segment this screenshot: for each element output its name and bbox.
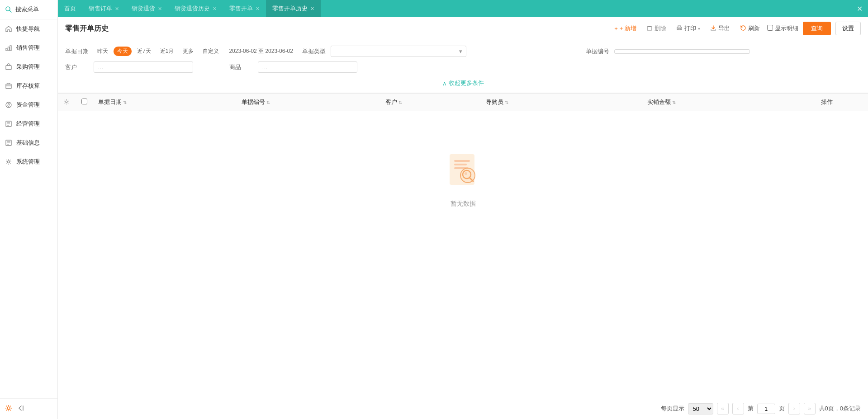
svg-point-16 (66, 101, 67, 103)
date-btn-today[interactable]: 今天 (114, 47, 132, 56)
svg-rect-2 (6, 48, 7, 51)
page-number-input[interactable] (757, 404, 775, 414)
th-order-no[interactable]: 单据编号 ⇅ (236, 94, 379, 111)
display-toggle[interactable]: 显示明细 (767, 24, 798, 33)
svg-rect-4 (10, 46, 11, 51)
svg-rect-5 (6, 66, 11, 70)
date-btn-more[interactable]: 更多 (179, 47, 197, 56)
th-customer[interactable]: 客户 ⇅ (380, 94, 480, 111)
export-button[interactable]: 导出 (707, 23, 733, 34)
order-no-input[interactable] (614, 49, 750, 54)
last-page-button[interactable]: » (804, 403, 816, 414)
type-select[interactable]: ▾ (331, 46, 466, 57)
search-icon (5, 5, 13, 14)
tab-home-label: 首页 (64, 5, 76, 13)
sidebar-item-sys-mgmt[interactable]: 系统管理 (0, 152, 57, 171)
sidebar-item-purchase-mgmt[interactable]: 采购管理 (0, 57, 57, 76)
add-icon: + (614, 25, 618, 32)
tab-sales-return-label: 销货退货 (132, 5, 155, 13)
sidebar-item-inventory[interactable]: 库存核算 (0, 76, 57, 95)
next-page-button[interactable]: › (788, 403, 800, 414)
sidebar: 搜索采单 快捷导航 销售管理 采购管理 (0, 0, 58, 419)
sidebar-item-ops-mgmt[interactable]: 经营管理 (0, 114, 57, 133)
print-icon (676, 25, 683, 33)
date-btn-yesterday[interactable]: 昨天 (94, 47, 112, 56)
collapse-button[interactable]: ∧ 收起更多条件 (442, 79, 484, 87)
per-page-select[interactable]: 50 10 20 100 (688, 403, 713, 414)
tab-retail-open-history[interactable]: 零售开单历史 ✕ (266, 0, 321, 17)
tab-sales-return-history[interactable]: 销货退货历史 ✕ (168, 0, 223, 17)
th-order-no-sort[interactable]: 单据编号 ⇅ (242, 98, 374, 106)
th-actions-label: 操作 (821, 99, 833, 105)
sidebar-search[interactable]: 搜索采单 (0, 0, 57, 19)
th-checkbox[interactable] (76, 94, 93, 111)
tab-retail-open-close[interactable]: ✕ (256, 6, 260, 12)
goods-select[interactable]: … (258, 61, 357, 73)
collapse-sidebar-icon[interactable] (16, 404, 24, 414)
tab-sales-return-history-close[interactable]: ✕ (213, 6, 217, 12)
tab-sales-order[interactable]: 销售订单 ✕ (82, 0, 125, 17)
sidebar-item-label: 基础信息 (16, 139, 40, 147)
settings-bottom-icon[interactable] (5, 404, 13, 414)
th-date-label: 单据日期 (98, 98, 122, 106)
print-arrow-icon: ▾ (698, 26, 700, 31)
tab-sales-return-close[interactable]: ✕ (158, 6, 162, 12)
query-button[interactable]: 查询 (803, 22, 831, 35)
customer-select[interactable]: … (94, 61, 193, 73)
collapse-row: ∧ 收起更多条件 (65, 77, 861, 87)
chevron-up-icon: ∧ (442, 80, 447, 87)
select-all-checkbox[interactable] (81, 99, 87, 104)
th-amount[interactable]: 实销金额 ⇅ (642, 94, 785, 111)
date-btn-custom[interactable]: 自定义 (199, 47, 223, 56)
delete-button[interactable]: 删除 (644, 23, 669, 34)
tab-sales-return[interactable]: 销货退货 ✕ (125, 0, 168, 17)
print-button[interactable]: 打印 ▾ (674, 23, 703, 34)
th-date[interactable]: 单据日期 ⇅ (93, 94, 236, 111)
th-guide-label: 导购员 (486, 98, 503, 106)
sort-icon-customer: ⇅ (398, 100, 402, 105)
tab-retail-open-history-close[interactable]: ✕ (310, 6, 314, 12)
tab-home[interactable]: 首页 (58, 0, 82, 17)
page-area: 零售开单历史 + + 新增 删除 (58, 17, 868, 419)
delete-label: 删除 (655, 24, 666, 33)
order-no-label: 单据编号 (586, 47, 611, 56)
th-customer-sort[interactable]: 客户 ⇅ (385, 98, 475, 106)
sidebar-item-quick-nav[interactable]: 快捷导航 (0, 19, 57, 38)
goods-value: … (262, 64, 268, 71)
date-btn-1month[interactable]: 近1月 (157, 47, 178, 56)
sidebar-item-basic-info[interactable]: 基础信息 (0, 133, 57, 152)
tab-retail-open[interactable]: 零售开单 ✕ (223, 0, 266, 17)
tab-retail-open-label: 零售开单 (229, 5, 253, 13)
th-customer-label: 客户 (385, 98, 397, 106)
th-date-sort[interactable]: 单据日期 ⇅ (98, 98, 231, 106)
th-order-no-label: 单据编号 (242, 98, 265, 106)
tab-sales-return-history-label: 销货退货历史 (175, 5, 210, 13)
prev-page-button[interactable]: ‹ (732, 403, 744, 414)
first-page-button[interactable]: « (717, 403, 729, 414)
goods-label: 商品 (229, 63, 254, 71)
display-label: 显示明细 (775, 24, 798, 33)
sidebar-item-sales-mgmt[interactable]: 销售管理 (0, 38, 57, 57)
info-icon (5, 139, 13, 147)
top-nav: 首页 销售订单 ✕ 销货退货 ✕ 销货退货历史 ✕ 零售开单 ✕ 零售开单历史 … (58, 0, 868, 17)
search-label: 搜索采单 (15, 5, 39, 14)
window-close-button[interactable]: ✕ (857, 5, 863, 13)
refresh-button[interactable]: 刷新 (737, 23, 763, 34)
sidebar-item-label: 快捷导航 (16, 25, 40, 33)
svg-rect-19 (454, 164, 467, 165)
home-icon (5, 25, 13, 33)
filter-row-2: 客户 … 商品 … (65, 61, 861, 73)
column-settings-icon[interactable] (63, 99, 70, 106)
th-guide[interactable]: 导购员 ⇅ (480, 94, 602, 111)
sidebar-item-finance[interactable]: 资金管理 (0, 95, 57, 114)
th-guide-sort[interactable]: 导购员 ⇅ (486, 98, 597, 106)
chart-icon (5, 44, 13, 52)
settings-button[interactable]: 设置 (835, 22, 861, 35)
svg-point-11 (7, 407, 10, 410)
th-amount-sort[interactable]: 实销金额 ⇅ (647, 98, 780, 106)
add-button[interactable]: + + 新增 (612, 23, 639, 34)
filter-row-1: 单据日期 昨天 今天 近7天 近1月 更多 自定义 2023-06-02 至 2… (65, 46, 861, 57)
display-checkbox[interactable] (767, 25, 773, 32)
date-btn-7days[interactable]: 近7天 (133, 47, 155, 56)
tab-sales-order-close[interactable]: ✕ (115, 6, 119, 12)
